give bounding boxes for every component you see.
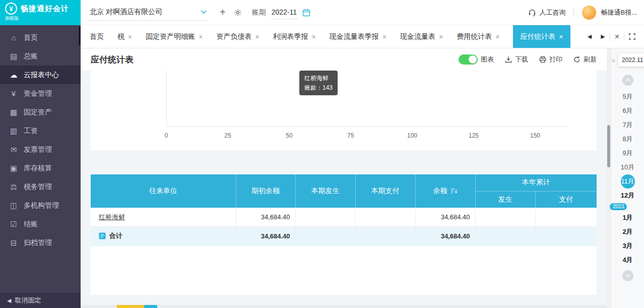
sort-icon[interactable] <box>450 188 458 194</box>
tooltip-value: 账龄：143 <box>304 83 333 93</box>
fullscreen-icon[interactable] <box>624 33 640 40</box>
tab-tax[interactable]: 税 × <box>117 25 132 48</box>
tab-close-icon[interactable]: × <box>495 33 499 41</box>
tab-cashflow[interactable]: 现金流量表 × <box>400 25 443 48</box>
col-header-ytd-paid: 支付 <box>535 191 597 208</box>
content-scrollbar-thumb[interactable] <box>607 125 610 167</box>
sidebar-item-label: 税务管理 <box>24 182 52 192</box>
sidebar-item-label: 总账 <box>24 52 38 61</box>
month-item[interactable]: 1月 <box>611 211 644 225</box>
download-button[interactable]: 下载 <box>505 55 528 64</box>
sidebar-item-label: 资金管理 <box>24 89 52 98</box>
month-item[interactable]: 4月 <box>611 253 644 267</box>
tab-close-icon[interactable]: × <box>128 33 132 41</box>
user-avatar[interactable] <box>582 6 596 20</box>
download-icon <box>505 56 512 63</box>
month-item[interactable]: 9月 <box>611 146 644 160</box>
sidebar-item-fixed-assets[interactable]: ▦ 固定资产 <box>0 103 81 121</box>
tab-close-icon[interactable]: × <box>382 33 387 41</box>
tab-expense-stats[interactable]: 费用统计表 × <box>457 25 499 48</box>
accounting-period: 账期 2022-11 <box>252 6 310 19</box>
sidebar-item-home[interactable]: ⌂ 首页 <box>0 28 81 47</box>
refresh-button[interactable]: 刷新 <box>573 55 597 64</box>
tab-close-icon[interactable]: × <box>439 33 443 41</box>
sidebar-item-label: 库存核算 <box>24 164 52 173</box>
sidebar-item-tax[interactable]: ⚖ 税务管理 <box>0 177 81 196</box>
month-item[interactable]: 6月 <box>611 104 644 118</box>
x-tick: 150 <box>530 132 540 139</box>
support-label: 人工咨询 <box>539 8 565 17</box>
total-ytd-paid <box>535 226 597 245</box>
month-item[interactable]: 10月 <box>611 160 644 174</box>
cloud-report-icon: ☁ <box>9 71 18 80</box>
collapse-panel-icon[interactable]: » <box>612 56 615 64</box>
x-tick: 125 <box>469 132 479 139</box>
tab-cashflow-quarterly[interactable]: 现金流量表季报 × <box>330 25 387 48</box>
payroll-icon: ▥ <box>9 127 18 136</box>
invoice-icon: ✉ <box>9 145 18 154</box>
month-item[interactable]: 3月 <box>611 239 644 253</box>
sidebar-item-label: 工资 <box>24 127 38 136</box>
print-button[interactable]: 打印 <box>539 55 562 64</box>
sidebar-item-inventory[interactable]: ▣ 库存核算 <box>0 159 81 177</box>
content-scrollbar[interactable] <box>607 48 611 308</box>
aging-bar-chart[interactable]: 红桥海鲜 账龄：143 0 25 50 75 100 125 150 <box>91 71 597 150</box>
sidebar-item-cloud-report-center[interactable]: ☁ 云报表中心 <box>0 66 81 84</box>
cell-opening-balance: 34,684.40 <box>236 208 295 226</box>
bottom-strip <box>81 305 607 308</box>
closing-icon: ☑ <box>9 220 18 229</box>
user-name[interactable]: 畅捷通B很... <box>601 8 637 17</box>
total-balance: 34,684.40 <box>415 226 475 245</box>
company-selector[interactable]: 北京 对啊酒店有限公司 <box>88 4 209 21</box>
unpin-sidebar-button[interactable]: ◀ 取消固定 <box>0 293 81 308</box>
add-account-button[interactable]: + <box>220 7 226 18</box>
month-item[interactable]: 7月 <box>611 118 644 132</box>
tabs-scroll-right-icon[interactable]: ▶ <box>596 33 609 40</box>
sidebar-item-closing[interactable]: ☑ 结账 <box>0 215 81 233</box>
month-item-active[interactable]: 11月 <box>621 174 635 189</box>
month-item[interactable]: 8月 <box>611 132 644 146</box>
months-scroll-up-button[interactable] <box>622 75 633 86</box>
x-tick: 0 <box>165 132 168 139</box>
sidebar-item-funds[interactable]: ¥ 资金管理 <box>0 84 81 103</box>
sidebar-item-archive[interactable]: ⊟ 归档管理 <box>0 233 81 252</box>
tab-close-icon[interactable]: × <box>312 33 316 41</box>
x-tick: 25 <box>224 132 231 139</box>
refresh-icon <box>573 56 581 63</box>
col-header-current-incurred: 本期发生 <box>295 174 355 208</box>
total-current-paid <box>355 226 415 245</box>
tab-home[interactable]: 首页 <box>90 25 104 48</box>
app-title: 畅捷通好会计 <box>21 4 69 14</box>
ledger-icon: ▤ <box>9 52 18 61</box>
sidebar-item-payroll[interactable]: ▥ 工资 <box>0 121 81 140</box>
x-tick: 100 <box>407 132 417 139</box>
tab-payable-stats[interactable]: 应付统计表 × <box>513 25 570 48</box>
col-header-unit: 往来单位 <box>91 174 236 208</box>
unit-link[interactable]: 红桥海鲜 <box>99 213 125 221</box>
sidebar: ¥ 畅捷通好会计 旗舰版 ⌂ 首页 ▤ 总账 ☁ 云报表中心 ¥ 资金管理 <box>0 0 81 308</box>
month-item[interactable]: 12月 <box>611 189 644 203</box>
period-value[interactable]: 2022-11 <box>271 6 298 19</box>
tab-close-icon[interactable]: × <box>559 33 563 41</box>
months-scroll-down-button[interactable] <box>622 270 633 281</box>
tab-income-statement-quarterly[interactable]: 利润表季报 × <box>273 25 316 48</box>
settings-gear-icon[interactable] <box>234 9 242 17</box>
tab-close-icon[interactable]: × <box>255 33 259 41</box>
tab-close-icon[interactable]: × <box>199 33 203 41</box>
live-support-button[interactable]: 人工咨询 <box>528 8 565 17</box>
tab-balance-sheet[interactable]: 资产负债表 × <box>216 25 259 48</box>
close-all-tabs-icon[interactable]: × <box>610 32 624 41</box>
month-item[interactable]: 2月 <box>611 225 644 239</box>
sidebar-item-invoice[interactable]: ✉ 发票管理 <box>0 140 81 159</box>
month-item[interactable]: 5月 <box>611 90 644 104</box>
calendar-icon[interactable] <box>302 9 310 17</box>
inventory-icon: ▣ <box>9 164 18 173</box>
chart-toggle[interactable] <box>459 54 478 65</box>
sidebar-item-multi-org[interactable]: ◫ 多机构管理 <box>0 196 81 215</box>
print-icon <box>539 56 546 63</box>
cell-balance: 34,684.40 <box>415 208 475 226</box>
sidebar-scrollbar-thumb[interactable] <box>79 26 81 45</box>
sidebar-item-general-ledger[interactable]: ▤ 总账 <box>0 47 81 66</box>
tabs-scroll-left-icon[interactable]: ◀ <box>583 33 596 40</box>
tab-fixed-asset-detail[interactable]: 固定资产明细账 × <box>146 25 203 48</box>
